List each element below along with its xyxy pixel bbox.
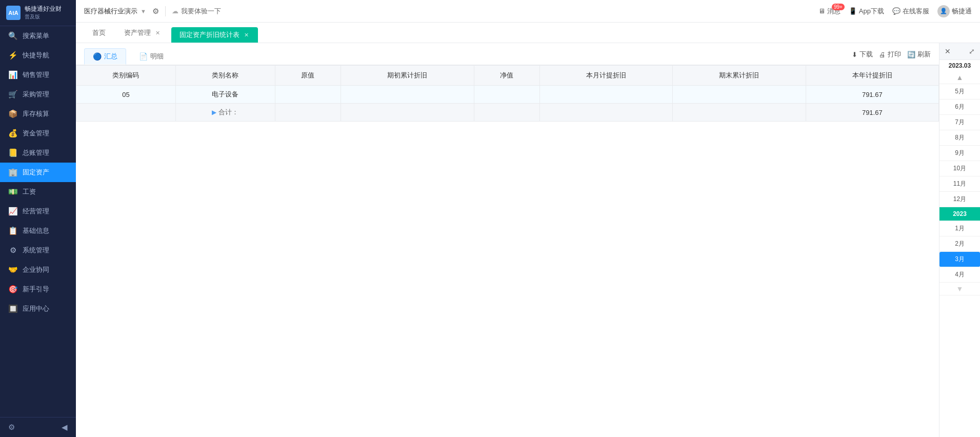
sidebar-menu: 🔍 搜索菜单 ⚡ 快捷导航 📊 销售管理 🛒 采购管理 📦 库存核算 💰 资金管… — [0, 26, 76, 417]
settings-footer-icon[interactable]: ⚙ — [8, 423, 15, 432]
sidebar-item-inventory[interactable]: 📦 库存核算 — [0, 104, 76, 124]
sidebar-item-sales[interactable]: 📊 销售管理 — [0, 65, 76, 85]
month-item-11[interactable]: 11月 — [939, 176, 980, 192]
tab-asset-label: 资产管理 — [124, 28, 151, 37]
service-icon: 💬 — [892, 7, 901, 15]
message-icon: 🖥 — [818, 7, 825, 15]
subtab-detail[interactable]: 📄 明细 — [130, 48, 172, 65]
tab-home-label: 首页 — [92, 28, 106, 37]
month-item-6[interactable]: 6月 — [939, 100, 980, 115]
print-button[interactable]: 🖨 打印 — [879, 50, 901, 59]
tabs-bar: 首页 资产管理 ✕ 固定资产折旧统计表 ✕ — [76, 23, 980, 43]
cell-annual-dep: 791.67 — [806, 86, 938, 104]
sidebar-item-label: 经营管理 — [23, 207, 49, 216]
month-item-2023-2[interactable]: 2月 — [939, 236, 980, 252]
detail-icon: 📄 — [139, 52, 148, 61]
sidebar-item-system[interactable]: ⚙ 系统管理 — [0, 241, 76, 260]
tab-asset-close-icon[interactable]: ✕ — [154, 29, 161, 36]
date-scroll-up[interactable]: ▲ — [939, 71, 980, 84]
month-item-7[interactable]: 7月 — [939, 115, 980, 130]
sidebar-item-ledger[interactable]: 📒 总账管理 — [0, 143, 76, 163]
date-panel-close-icon[interactable]: ✕ — [945, 47, 951, 55]
sidebar-item-quicknav[interactable]: ⚡ 快捷导航 — [0, 46, 76, 65]
print-icon: 🖨 — [879, 51, 886, 58]
expand-icon[interactable]: ▶ — [212, 109, 216, 116]
service-label: 在线客服 — [903, 7, 929, 16]
sidebar-item-cooperation[interactable]: 🤝 企业协同 — [0, 260, 76, 280]
date-scroll-down[interactable]: ▼ — [939, 283, 980, 295]
company-dropdown-icon: ▼ — [141, 8, 146, 14]
date-panel: ✕ ⤢ 2023.03 ▲ 5月 6月 7月 8月 9月 10月 11月 12月… — [939, 43, 980, 437]
sidebar-item-operations[interactable]: 📈 经营管理 — [0, 202, 76, 221]
date-panel-scroll[interactable]: ▲ 5月 6月 7月 8月 9月 10月 11月 12月 2023 1月 2月 … — [939, 71, 980, 437]
toolbar-right: ⬇ 下载 🖨 打印 🔄 刷新 — [852, 50, 931, 63]
date-panel-expand-icon[interactable]: ⤢ — [969, 47, 975, 55]
download-button[interactable]: ⬇ 下载 — [852, 50, 873, 59]
refresh-icon: 🔄 — [907, 51, 915, 58]
service-button[interactable]: 💬 在线客服 — [892, 7, 929, 16]
collapse-sidebar-icon[interactable]: ◀ — [62, 423, 68, 432]
month-item-9[interactable]: 9月 — [939, 146, 980, 161]
sub-tabs: 🔵 汇总 📄 明细 ⬇ 下载 🖨 打印 — [76, 43, 939, 65]
app-download-button[interactable]: 📱 App下载 — [849, 7, 884, 16]
content: 🔵 汇总 📄 明细 ⬇ 下载 🖨 打印 — [76, 43, 939, 437]
message-button[interactable]: 🖥 消息 99+ — [818, 7, 841, 16]
sub-tabs-left: 🔵 汇总 📄 明细 — [84, 48, 172, 65]
tab-asset-management[interactable]: 资产管理 ✕ — [116, 24, 169, 43]
user-menu[interactable]: 👤 畅捷通 — [937, 5, 972, 17]
quicknav-icon: ⚡ — [8, 51, 17, 60]
date-panel-year: 2023.03 — [939, 60, 980, 71]
month-item-5[interactable]: 5月 — [939, 84, 980, 100]
company-selector[interactable]: 医疗器械行业演示 ▼ — [84, 7, 146, 16]
tab-depreciation-label: 固定资产折旧统计表 — [179, 30, 239, 39]
sidebar-item-salary[interactable]: 💵 工资 — [0, 182, 76, 202]
col-net-value: 净值 — [474, 66, 539, 86]
salary-icon: 💵 — [8, 187, 17, 196]
tab-home[interactable]: 首页 — [84, 24, 114, 43]
subtab-summary[interactable]: 🔵 汇总 — [84, 48, 126, 65]
sidebar-item-label: 新手引导 — [23, 285, 49, 294]
guide-icon: 🎯 — [8, 285, 17, 294]
table-container: 类别编码 类别名称 原值 期初累计折旧 净值 本月计提折旧 期末累计折旧 本年计… — [76, 65, 939, 437]
company-settings-icon[interactable]: ⚙ — [152, 7, 159, 16]
apps-icon: 🔲 — [8, 304, 17, 313]
sidebar-item-apps[interactable]: 🔲 应用中心 — [0, 299, 76, 319]
sidebar-item-label: 基础信息 — [23, 226, 49, 235]
refresh-button[interactable]: 🔄 刷新 — [907, 50, 931, 59]
total-original — [275, 104, 341, 122]
month-item-2023-3[interactable]: 3月 — [939, 252, 980, 267]
user-name: 畅捷通 — [952, 7, 972, 16]
tab-fixed-asset-depreciation[interactable]: 固定资产折旧统计表 ✕ — [171, 27, 258, 43]
sidebar-item-funds[interactable]: 💰 资金管理 — [0, 124, 76, 143]
sidebar-item-label: 快捷导航 — [23, 51, 49, 60]
tab-depreciation-close-icon[interactable]: ✕ — [243, 31, 250, 38]
month-item-2023-1[interactable]: 1月 — [939, 221, 980, 236]
sidebar-item-assets[interactable]: 🏢 固定资产 — [0, 163, 76, 182]
sidebar-item-label: 应用中心 — [23, 304, 49, 313]
cell-monthly-dep — [539, 86, 672, 104]
print-label: 打印 — [888, 50, 901, 59]
month-item-2023-4[interactable]: 4月 — [939, 267, 980, 283]
cloud-icon: ☁ — [172, 7, 178, 15]
col-original: 原值 — [275, 66, 341, 86]
cell-initial-dep — [341, 86, 474, 104]
month-item-10[interactable]: 10月 — [939, 161, 980, 176]
cooperation-icon: 🤝 — [8, 265, 17, 274]
month-item-8[interactable]: 8月 — [939, 130, 980, 146]
company-name: 医疗器械行业演示 — [84, 7, 137, 16]
sidebar-item-purchase[interactable]: 🛒 采购管理 — [0, 85, 76, 104]
funds-icon: 💰 — [8, 129, 17, 138]
sidebar-item-guide[interactable]: 🎯 新手引导 — [0, 280, 76, 299]
month-item-12[interactable]: 12月 — [939, 192, 980, 207]
sidebar-item-base[interactable]: 📋 基础信息 — [0, 221, 76, 241]
experience-label: 我要体验一下 — [181, 7, 221, 16]
purchase-icon: 🛒 — [8, 90, 17, 99]
col-end-dep: 期末累计折旧 — [673, 66, 806, 86]
year-2023-marker[interactable]: 2023 — [939, 207, 980, 221]
total-annual-dep: 791.67 — [806, 104, 938, 122]
search-icon: 🔍 — [8, 31, 17, 41]
app-download-icon: 📱 — [849, 7, 857, 15]
sidebar-item-search[interactable]: 🔍 搜索菜单 — [0, 26, 76, 46]
experience-button[interactable]: ☁ 我要体验一下 — [172, 7, 221, 16]
sidebar-logo: AtA 畅捷通好业财 普及版 — [0, 0, 76, 26]
